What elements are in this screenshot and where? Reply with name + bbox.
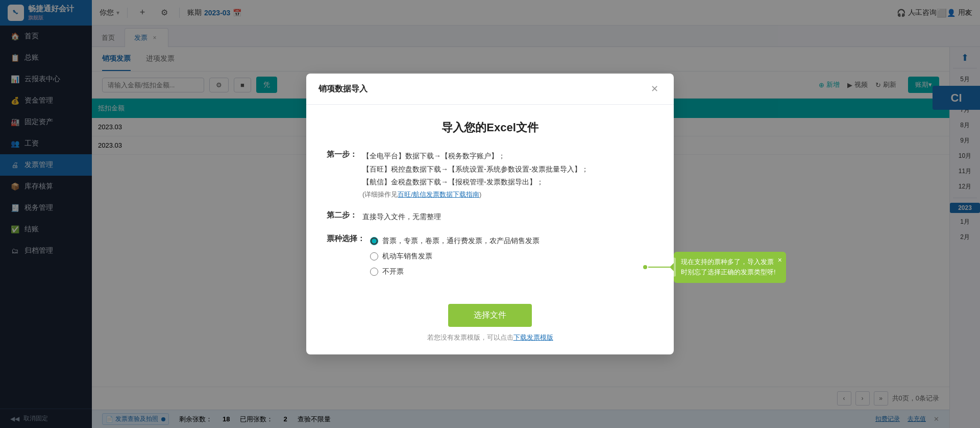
dialog: 销项数据导入 ✕ 导入您的Excel文件 第一步： 【全电平台】数据下载→【税务… bbox=[306, 74, 674, 354]
radio-none-input[interactable] bbox=[370, 268, 378, 276]
ticket-row: 票种选择： 普票，专票，卷票，通行费发票，农产品销售发票 机动车销售发票 bbox=[327, 234, 653, 276]
step2-text: 直接导入文件，无需整理 bbox=[362, 210, 441, 223]
radio-group: 普票，专票，卷票，通行费发票，农产品销售发票 机动车销售发票 不开票 bbox=[370, 236, 540, 276]
dialog-main-title: 导入您的Excel文件 bbox=[327, 120, 653, 135]
radio-general-label: 普票，专票，卷票，通行费发票，农产品销售发票 bbox=[382, 236, 540, 246]
step2-label: 第二步： bbox=[327, 210, 357, 223]
tooltip-text: 现在支持的票种多了，导入发票时别忘了选择正确的发票类型呀! bbox=[681, 258, 776, 276]
download-tip: 若您没有发票模版，可以点击下载发票模版 bbox=[427, 333, 553, 342]
dialog-body: 导入您的Excel文件 第一步： 【全电平台】数据下载→【税务数字账户】； 【百… bbox=[306, 105, 674, 298]
radio-motor[interactable]: 机动车销售发票 bbox=[370, 252, 540, 261]
step1-link-suffix: ) bbox=[479, 191, 481, 198]
radio-motor-label: 机动车销售发票 bbox=[382, 252, 432, 261]
ticket-label: 票种选择： bbox=[327, 234, 365, 276]
step1-content: 【全电平台】数据下载→【税务数字账户】； 【百旺】税控盘数据下载→【系统设置-系… bbox=[362, 150, 589, 200]
radio-motor-input[interactable] bbox=[370, 252, 378, 260]
download-template-link[interactable]: 下载发票模版 bbox=[513, 334, 553, 341]
tooltip-arrow bbox=[670, 263, 674, 271]
step1-header: 第一步： 【全电平台】数据下载→【税务数字账户】； 【百旺】税控盘数据下载→【系… bbox=[327, 150, 653, 200]
radio-general[interactable]: 普票，专票，卷票，通行费发票，农产品销售发票 bbox=[370, 236, 540, 246]
tooltip-bubble: 现在支持的票种多了，导入发票时别忘了选择正确的发票类型呀! × bbox=[674, 252, 786, 283]
dialog-header: 销项数据导入 ✕ bbox=[306, 74, 674, 105]
radio-none-label: 不开票 bbox=[382, 267, 404, 276]
step1-line1: 【全电平台】数据下载→【税务数字账户】； bbox=[362, 150, 589, 162]
download-tip-prefix: 若您没有发票模版，可以点击 bbox=[427, 334, 513, 341]
dialog-close-btn[interactable]: ✕ bbox=[647, 82, 662, 96]
step2-row: 第二步： 直接导入文件，无需整理 bbox=[327, 210, 653, 223]
step1: 第一步： 【全电平台】数据下载→【税务数字账户】； 【百旺】税控盘数据下载→【系… bbox=[327, 150, 653, 200]
overlay: 销项数据导入 ✕ 导入您的Excel文件 第一步： 【全电平台】数据下载→【税务… bbox=[0, 0, 980, 428]
radio-general-input[interactable] bbox=[370, 237, 378, 245]
step1-label: 第一步： bbox=[327, 150, 357, 200]
step1-guide-link[interactable]: 百旺/航信发票数据下载指南 bbox=[398, 191, 479, 198]
dialog-title: 销项数据导入 bbox=[318, 84, 368, 94]
step1-line3: 【航信】金税盘数据下载→【报税管理-发票数据导出】； bbox=[362, 176, 589, 188]
ticket-type-section: 票种选择： 普票，专票，卷票，通行费发票，农产品销售发票 机动车销售发票 bbox=[327, 234, 653, 276]
tooltip-bar bbox=[674, 258, 676, 277]
dialog-footer: 选择文件 若您没有发票模版，可以点击下载发票模版 bbox=[306, 299, 674, 354]
step1-link-row: (详细操作见百旺/航信发票数据下载指南) bbox=[362, 188, 589, 200]
radio-none[interactable]: 不开票 bbox=[370, 267, 540, 276]
tooltip-dot bbox=[642, 264, 648, 270]
step1-link-prefix: (详细操作见 bbox=[362, 191, 398, 198]
tooltip-close-btn[interactable]: × bbox=[778, 254, 782, 266]
tooltip-container: 现在支持的票种多了，导入发票时别忘了选择正确的发票类型呀! × bbox=[642, 252, 786, 283]
select-file-btn[interactable]: 选择文件 bbox=[448, 304, 532, 327]
step1-line2: 【百旺】税控盘数据下载→【系统设置-系统参数设置-发票批量导入】； bbox=[362, 163, 589, 176]
step2: 第二步： 直接导入文件，无需整理 bbox=[327, 210, 653, 223]
